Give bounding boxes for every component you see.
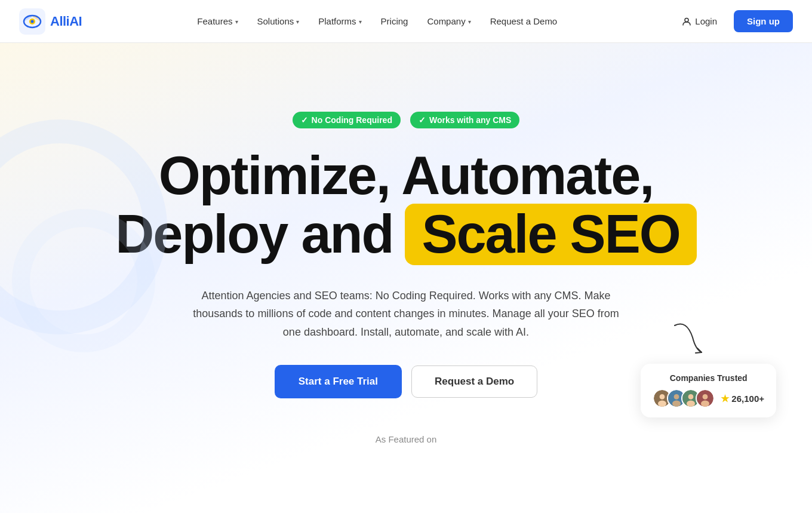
request-demo-button[interactable]: Request a Demo [411,365,537,398]
hero-section: ✓ No Coding Required ✓ Works with any CM… [0,0,812,513]
logo-text: AlliAI [50,14,82,29]
start-trial-button[interactable]: Start a Free Trial [275,365,402,398]
trusted-bottom: ★ 26,100+ [653,389,764,408]
svg-point-15 [703,394,708,400]
hero-subtitle: Attention Agencies and SEO teams: No Cod… [191,287,621,342]
trusted-count: ★ 26,100+ [721,393,764,404]
chevron-down-icon: ▾ [235,19,238,25]
nav-item-solutions[interactable]: Solutions ▾ [249,11,308,31]
nav-item-request-demo[interactable]: Request a Demo [482,11,566,31]
check-icon: ✓ [301,115,308,125]
nav-center: Features ▾ Solutions ▾ Platforms ▾ Prici… [189,11,565,31]
logo[interactable]: AlliAI [19,8,82,35]
trusted-card-title: Companies Trusted [653,373,764,383]
hero-title-line2: Deploy and Scale SEO [115,204,696,265]
svg-point-12 [688,394,694,400]
svg-point-4 [685,18,688,21]
login-button[interactable]: Login [672,11,727,31]
user-icon [682,17,691,26]
hero-title-line1: Optimize, Automate, [115,148,696,204]
svg-point-10 [672,401,681,407]
nav-item-pricing[interactable]: Pricing [373,11,417,31]
svg-point-3 [31,20,34,23]
nav-right: Login Sign up [672,10,793,32]
arrow-decoration [669,320,705,358]
hero-title: Optimize, Automate, Deploy and Scale SEO [115,148,696,265]
hero-cta: Start a Free Trial Request a Demo [275,365,537,398]
chevron-down-icon: ▾ [296,19,299,25]
check-icon: ✓ [419,115,426,125]
navbar: AlliAI Features ▾ Solutions ▾ Platforms … [0,0,812,43]
svg-point-6 [660,394,665,400]
nav-item-company[interactable]: Company ▾ [419,11,479,31]
trusted-card: Companies Trusted [641,364,776,417]
nav-item-features[interactable]: Features ▾ [189,11,246,31]
hero-badges: ✓ No Coding Required ✓ Works with any CM… [293,112,520,128]
chevron-down-icon: ▾ [468,19,471,25]
avatar [696,389,715,408]
svg-point-7 [658,401,666,407]
star-icon: ★ [721,393,729,404]
badge-no-coding: ✓ No Coding Required [293,112,401,128]
logo-icon [19,8,45,35]
scale-seo-highlight: Scale SEO [405,204,696,265]
svg-point-16 [701,401,709,407]
svg-point-13 [687,401,695,407]
signup-button[interactable]: Sign up [734,10,793,32]
as-featured-label: As Featured on [376,434,437,444]
nav-item-platforms[interactable]: Platforms ▾ [310,11,370,31]
badge-any-cms: ✓ Works with any CMS [410,112,519,128]
svg-point-9 [674,394,679,400]
chevron-down-icon: ▾ [359,19,362,25]
avatar-stack [653,389,715,408]
